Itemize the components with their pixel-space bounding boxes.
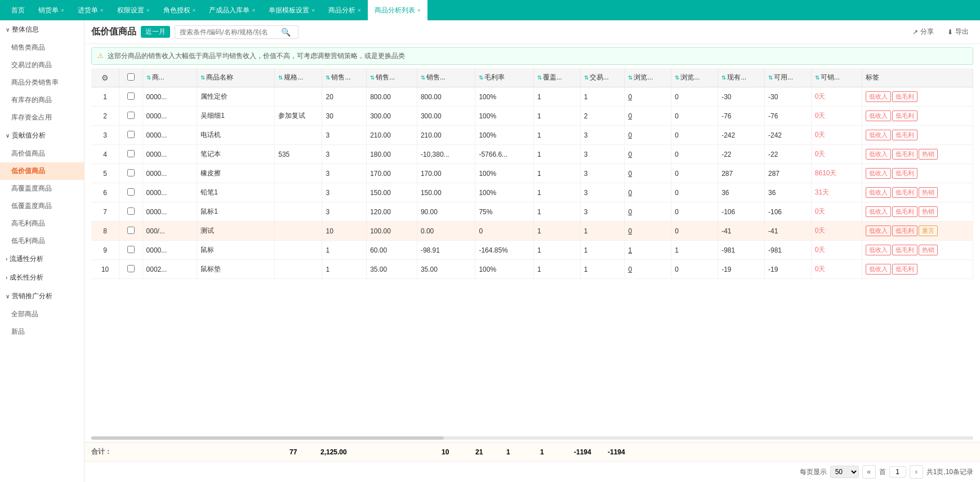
row-checkbox-cell[interactable] (119, 145, 142, 164)
th-current[interactable]: ⇅现有... (718, 68, 765, 87)
filter-tag[interactable]: 近一月 (141, 26, 170, 38)
browse1-link[interactable]: 0 (628, 131, 632, 139)
nav-close-icon[interactable]: × (358, 7, 361, 14)
search-input[interactable] (180, 28, 281, 36)
th-coverage[interactable]: ⇅覆盖... (533, 68, 580, 87)
th-checkbox[interactable] (119, 68, 142, 87)
row-checkbox-cell[interactable] (119, 202, 142, 222)
nav-permissions[interactable]: 权限设置 × (110, 0, 157, 20)
nav-purchase-order[interactable]: 进货单 × (71, 0, 110, 20)
nav-product-analysis[interactable]: 商品分析 × (322, 0, 368, 20)
nav-close-icon[interactable]: × (252, 7, 255, 14)
sidebar-section-growth[interactable]: › 成长性分析 (0, 268, 84, 287)
browse1-link[interactable]: 0 (628, 151, 632, 158)
nav-roles[interactable]: 角色授权 × (157, 0, 203, 20)
share-button[interactable]: ↗ 分享 (908, 25, 938, 39)
row-browse1[interactable]: 1 (625, 241, 671, 260)
th-sales-price[interactable]: ⇅销售... (367, 68, 417, 87)
sidebar-item-traded-products[interactable]: 交易过的商品 (0, 56, 84, 74)
row-browse1[interactable]: 0 (625, 222, 671, 241)
th-browse2[interactable]: ⇅浏览... (671, 68, 718, 87)
row-checkbox[interactable] (127, 131, 135, 138)
nav-close-icon[interactable]: × (100, 7, 104, 14)
sidebar-section-overall[interactable]: ∨ 整体信息 (0, 20, 84, 39)
browse1-link[interactable]: 0 (628, 208, 632, 216)
row-browse1[interactable]: 0 (625, 87, 671, 107)
row-browse1[interactable]: 0 (625, 145, 671, 164)
sidebar-section-circulation[interactable]: › 流通性分析 (0, 250, 84, 268)
nav-close-icon[interactable]: × (311, 7, 315, 14)
sidebar-item-high-coverage[interactable]: 高覆盖度商品 (0, 180, 84, 197)
browse1-link[interactable]: 1 (628, 246, 632, 254)
th-name[interactable]: ⇅商品名称 (197, 68, 275, 87)
page-size-select[interactable]: 50 100 (830, 466, 859, 478)
row-checkbox[interactable] (127, 227, 135, 234)
nav-close-icon[interactable]: × (61, 7, 64, 14)
browse1-link[interactable]: 0 (628, 93, 632, 101)
settings-icon[interactable]: ⚙ (101, 73, 109, 82)
row-checkbox-cell[interactable] (119, 164, 142, 183)
th-code[interactable]: ⇅商... (142, 68, 197, 87)
nav-sales-order[interactable]: 销货单 × (32, 0, 71, 20)
sidebar-item-stock-products[interactable]: 有库存的商品 (0, 91, 84, 109)
th-trade[interactable]: ⇅交易... (580, 68, 625, 87)
row-browse1[interactable]: 0 (625, 202, 671, 222)
row-browse1[interactable]: 0 (625, 260, 671, 279)
row-checkbox[interactable] (127, 246, 135, 253)
browse1-link[interactable]: 0 (628, 112, 632, 120)
sidebar-item-high-margin[interactable]: 高毛利商品 (0, 215, 84, 232)
nav-close-icon[interactable]: × (146, 7, 150, 14)
sidebar-item-high-value[interactable]: 高价值商品 (0, 145, 84, 162)
sidebar-item-low-value[interactable]: 低价值商品 (0, 162, 84, 180)
next-page-button[interactable]: › (910, 465, 923, 479)
th-gross-rate[interactable]: ⇅毛利率 (475, 68, 534, 87)
row-checkbox-cell[interactable] (119, 241, 142, 260)
nav-product-inbound[interactable]: 产成品入库单 × (202, 0, 262, 20)
sidebar-item-stock-capital[interactable]: 库存资金占用 (0, 109, 84, 126)
nav-home[interactable]: 首页 (5, 0, 32, 20)
select-all-checkbox[interactable] (127, 73, 135, 81)
sidebar-section-marketing[interactable]: ∨ 营销推广分析 (0, 287, 84, 306)
nav-template-settings[interactable]: 单据模板设置 × (262, 0, 322, 20)
row-checkbox[interactable] (127, 265, 135, 272)
th-browse1[interactable]: ⇅浏览... (625, 68, 671, 87)
row-checkbox[interactable] (127, 112, 135, 119)
row-browse1[interactable]: 0 (625, 126, 671, 145)
browse1-link[interactable]: 0 (628, 170, 632, 178)
row-checkbox-cell[interactable] (119, 126, 142, 145)
row-browse1[interactable]: 0 (625, 183, 671, 202)
row-checkbox-cell[interactable] (119, 107, 142, 126)
th-sales-qty[interactable]: ⇅销售... (322, 68, 367, 87)
th-available[interactable]: ⇅可用... (764, 68, 811, 87)
row-checkbox[interactable] (127, 169, 135, 176)
sidebar-item-new-products[interactable]: 新品 (0, 323, 84, 341)
row-checkbox-cell[interactable] (119, 222, 142, 241)
row-checkbox[interactable] (127, 92, 135, 100)
search-icon[interactable]: 🔍 (281, 28, 291, 37)
first-page-button[interactable]: « (862, 465, 876, 479)
sidebar-section-contribution[interactable]: ∨ 贡献值分析 (0, 126, 84, 145)
nav-product-analysis-list[interactable]: 商品分析列表 × (368, 0, 427, 20)
th-settings[interactable]: ⚙ (91, 68, 119, 87)
nav-close-icon[interactable]: × (417, 7, 421, 14)
row-checkbox-cell[interactable] (119, 87, 142, 107)
row-checkbox[interactable] (127, 207, 135, 215)
sidebar-item-all-products[interactable]: 全部商品 (0, 306, 84, 323)
row-checkbox[interactable] (127, 150, 135, 157)
nav-close-icon[interactable]: × (193, 7, 196, 14)
sidebar-item-sales-products[interactable]: 销售类商品 (0, 39, 84, 56)
row-browse1[interactable]: 0 (625, 107, 671, 126)
th-spec[interactable]: ⇅规格... (275, 68, 322, 87)
th-saleable[interactable]: ⇅可销... (811, 68, 862, 87)
row-checkbox-cell[interactable] (119, 183, 142, 202)
sidebar-item-low-margin[interactable]: 低毛利商品 (0, 232, 84, 250)
row-checkbox[interactable] (127, 188, 135, 196)
browse1-link[interactable]: 0 (628, 189, 632, 197)
row-browse1[interactable]: 0 (625, 164, 671, 183)
th-sales-cost[interactable]: ⇅销售... (417, 68, 475, 87)
export-button[interactable]: ⬇ 导出 (943, 25, 973, 39)
table-scroll-bar[interactable] (91, 436, 973, 440)
sidebar-item-low-coverage[interactable]: 低覆盖度商品 (0, 197, 84, 215)
page-number-input[interactable] (889, 466, 906, 477)
sidebar-item-category-sales-rate[interactable]: 商品分类销售率 (0, 74, 84, 91)
